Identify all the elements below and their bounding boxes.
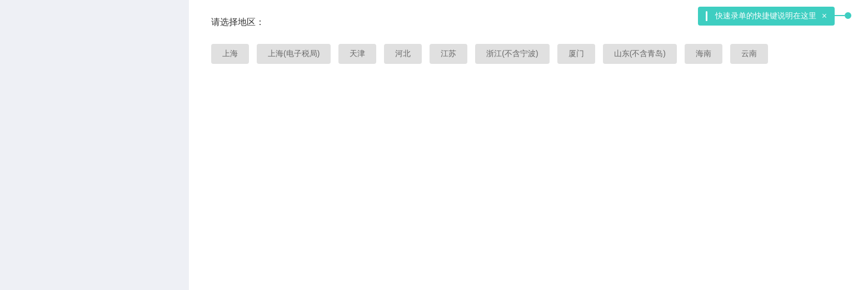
region-buttons-container: 上海上海(电子税局)天津河北江苏浙江(不含宁波)厦门山东(不含青岛)海南云南 [211, 44, 846, 64]
region-btn-zhejiang[interactable]: 浙江(不含宁波) [475, 44, 549, 64]
left-panel [0, 0, 189, 290]
region-btn-hainan[interactable]: 海南 [685, 44, 722, 64]
region-btn-yunnan[interactable]: 云南 [730, 44, 768, 64]
tooltip-close-button[interactable]: × [822, 12, 827, 21]
tooltip-bar: 快速录单的快捷键说明在这里 × [698, 7, 835, 26]
region-btn-xiamen[interactable]: 厦门 [557, 44, 595, 64]
region-btn-shanghai-etax[interactable]: 上海(电子税局) [257, 44, 331, 64]
tooltip-text: 快速录单的快捷键说明在这里 [715, 11, 816, 21]
region-btn-jiangsu[interactable]: 江苏 [430, 44, 467, 64]
tooltip-connector-line [835, 15, 845, 16]
tooltip-connector-dot [845, 12, 851, 19]
region-btn-tianjin[interactable]: 天津 [338, 44, 376, 64]
region-btn-hebei[interactable]: 河北 [384, 44, 422, 64]
main-content: 请选择地区： 上海上海(电子税局)天津河北江苏浙江(不含宁波)厦门山东(不含青岛… [189, 0, 868, 290]
region-btn-shandong[interactable]: 山东(不含青岛) [603, 44, 677, 64]
region-btn-shanghai[interactable]: 上海 [211, 44, 249, 64]
